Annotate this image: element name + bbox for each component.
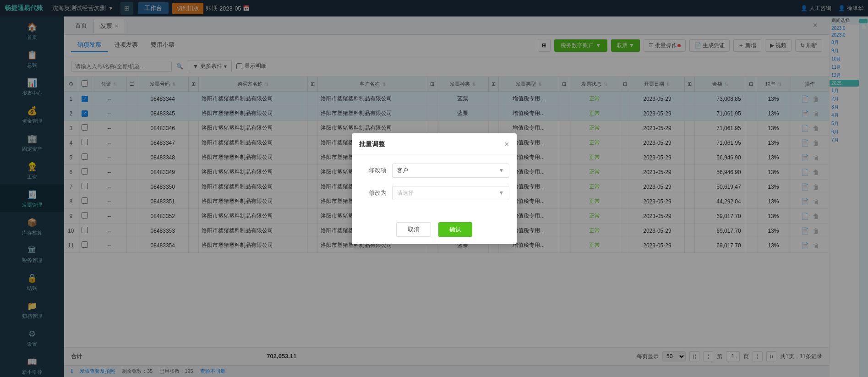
dialog-close-btn[interactable]: × <box>504 140 509 149</box>
form-row-field: 修改项 客户 ▼ <box>359 164 509 178</box>
batch-adjust-dialog: 批量调整 × 修改项 客户 ▼ 修改为 请选择 ▼ 取消 确认 <box>352 133 517 244</box>
dialog-footer: 取消 确认 <box>352 218 517 244</box>
dialog-body: 修改项 客户 ▼ 修改为 请选择 ▼ <box>352 154 517 218</box>
field-select-arrow: ▼ <box>499 167 504 174</box>
field-label: 修改项 <box>359 166 387 175</box>
dialog-header: 批量调整 × <box>352 133 517 154</box>
change-select-arrow: ▼ <box>499 190 504 196</box>
change-label: 修改为 <box>359 189 387 197</box>
dialog-overlay: 批量调整 × 修改项 客户 ▼ 修改为 请选择 ▼ 取消 确认 <box>0 0 868 377</box>
field-select[interactable]: 客户 ▼ <box>392 164 509 178</box>
dialog-title: 批量调整 <box>359 140 385 148</box>
cancel-button[interactable]: 取消 <box>396 222 431 237</box>
change-select[interactable]: 请选择 ▼ <box>392 186 509 200</box>
form-row-change: 修改为 请选择 ▼ <box>359 186 509 200</box>
confirm-button[interactable]: 确认 <box>438 222 472 237</box>
